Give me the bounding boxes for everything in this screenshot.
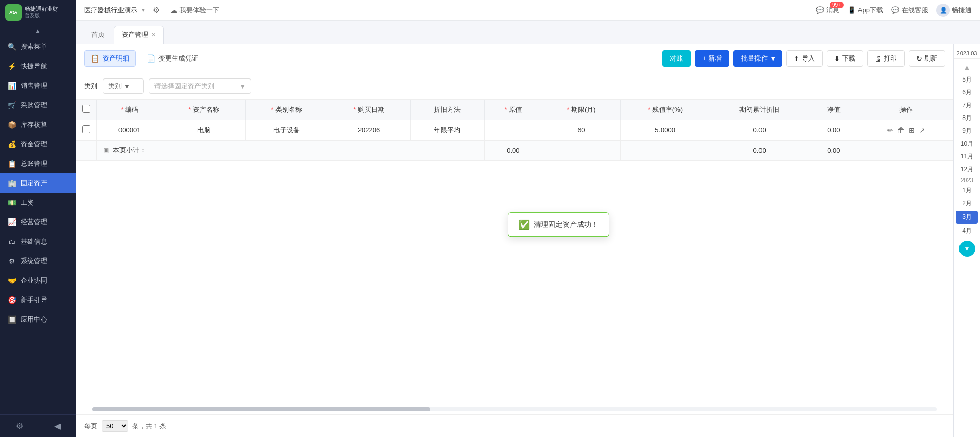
filter-category-dropdown[interactable]: 类别 ▼ bbox=[103, 78, 144, 94]
topbar-settings-icon[interactable]: ⚙ bbox=[153, 5, 160, 15]
scrollbar-area bbox=[76, 404, 953, 414]
main-content: 📋 资产明细 📄 变更生成凭证 对账 + 新增 bbox=[76, 44, 953, 437]
sidebar-collapse-btn[interactable]: ◀ bbox=[50, 419, 65, 433]
tab-asset-management[interactable]: 资产管理 ✕ bbox=[114, 26, 164, 44]
rs-nav-up[interactable]: ▲ bbox=[954, 61, 980, 73]
sidebar-item-basic-info[interactable]: 🗂 基础信息 bbox=[0, 232, 76, 251]
sidebar-icon-apps: 🔲 bbox=[7, 315, 16, 324]
import-btn[interactable]: ⬆ 导入 bbox=[786, 50, 823, 67]
more-icon[interactable]: ↗ bbox=[919, 126, 925, 134]
sidebar-item-ledger[interactable]: 📋 总账管理 bbox=[0, 154, 76, 173]
select-all-checkbox[interactable] bbox=[82, 105, 90, 113]
sidebar-label-purchase: 采购管理 bbox=[21, 101, 47, 110]
new-btn[interactable]: + 新增 bbox=[695, 50, 729, 67]
scrollbar-thumb[interactable] bbox=[92, 407, 430, 411]
sidebar-label-fixed-assets: 固定资产 bbox=[21, 178, 47, 188]
user-menu[interactable]: 👤 畅捷通 bbox=[936, 4, 972, 17]
sub-tab-asset-detail[interactable]: 📋 资产明细 bbox=[84, 50, 136, 67]
col-actions: 操作 bbox=[858, 100, 953, 120]
sidebar-item-quicknav[interactable]: ⚡ 快捷导航 bbox=[0, 56, 76, 76]
rs-month-9[interactable]: 9月 bbox=[954, 125, 980, 137]
messages-btn[interactable]: 💬 消息 99+ bbox=[816, 6, 839, 15]
rs-month-5[interactable]: 5月 bbox=[954, 73, 980, 86]
download-icon: ⬇ bbox=[834, 55, 840, 63]
toolbar-actions: 对账 + 新增 批量操作 ▼ ⬆ 导入 bbox=[662, 50, 945, 67]
company-selector[interactable]: 医疗器械行业演示 ▼ bbox=[84, 6, 146, 15]
success-toast: ✅ 清理固定资产成功！ bbox=[508, 212, 609, 237]
sidebar-item-sales[interactable]: 📊 销售管理 bbox=[0, 76, 76, 95]
copy-icon[interactable]: ⊞ bbox=[909, 126, 915, 134]
sidebar-label-collab: 企业协同 bbox=[21, 276, 47, 285]
pagination: 每页 50 10 20 100 条，共 1 条 bbox=[76, 414, 953, 437]
rs-month-6[interactable]: 6月 bbox=[954, 86, 980, 99]
sidebar-label-basic-info: 基础信息 bbox=[21, 237, 47, 246]
refresh-btn[interactable]: ↻ 刷新 bbox=[909, 50, 945, 67]
tab-home[interactable]: 首页 bbox=[84, 26, 112, 44]
filter-category-input[interactable]: 请选择固定资产类别 ▼ bbox=[149, 78, 251, 94]
row-checkbox[interactable] bbox=[82, 125, 90, 133]
rs-month-11[interactable]: 11月 bbox=[954, 150, 980, 163]
main-area: 医疗器械行业演示 ▼ ⚙ ☁ 我要体验一下 💬 消息 99+ 📱 App下载 💬… bbox=[76, 0, 980, 437]
sidebar-icon-business: 📈 bbox=[7, 218, 16, 226]
rs-month-3-current[interactable]: 3月 bbox=[956, 211, 978, 224]
rs-month-2[interactable]: 2月 bbox=[954, 197, 980, 210]
app-download-label: App下载 bbox=[858, 6, 883, 15]
sidebar-item-fund[interactable]: 💰 资金管理 bbox=[0, 134, 76, 154]
batch-btn[interactable]: 批量操作 ▼ bbox=[733, 50, 782, 67]
batch-label: 批量操作 bbox=[741, 54, 768, 63]
new-label: + 新增 bbox=[703, 54, 722, 63]
rs-month-8[interactable]: 8月 bbox=[954, 112, 980, 125]
logo-icon: AtA bbox=[5, 4, 22, 21]
sidebar-item-system[interactable]: ⚙ 系统管理 bbox=[0, 251, 76, 271]
sidebar-item-purchase[interactable]: 🛒 采购管理 bbox=[0, 95, 76, 115]
col-initial-depreciation: 期初累计折旧 bbox=[710, 100, 809, 120]
refresh-label: 刷新 bbox=[924, 54, 937, 63]
download-btn[interactable]: ⬇ 下载 bbox=[827, 50, 863, 67]
subtotal-label: 本页小计： bbox=[113, 146, 146, 154]
sidebar-item-salary[interactable]: 💵 工资 bbox=[0, 193, 76, 212]
logo-text: 畅捷通好业财 bbox=[25, 5, 58, 12]
row-initial-depreciation: 0.00 bbox=[710, 120, 809, 141]
delete-icon[interactable]: 🗑 bbox=[897, 126, 905, 134]
edit-icon[interactable]: ✏ bbox=[887, 126, 893, 134]
sidebar-item-inventory[interactable]: 📦 库存核算 bbox=[0, 115, 76, 134]
reconcile-btn[interactable]: 对账 bbox=[662, 50, 691, 67]
rs-down-circle-btn[interactable]: ▼ bbox=[959, 241, 975, 257]
sidebar-item-search[interactable]: 🔍 搜索菜单 bbox=[0, 37, 76, 56]
app-download-btn[interactable]: 📱 App下载 bbox=[848, 6, 883, 15]
print-icon: 🖨 bbox=[875, 55, 882, 63]
sidebar-settings-btn[interactable]: ⚙ bbox=[12, 419, 27, 433]
sidebar-item-fixed-assets[interactable]: 🏢 固定资产 bbox=[0, 173, 76, 193]
sidebar-item-guide[interactable]: 🎯 新手引导 bbox=[0, 290, 76, 310]
experience-btn[interactable]: ☁ 我要体验一下 bbox=[170, 6, 219, 15]
online-service-btn[interactable]: 💬 在线客服 bbox=[891, 6, 928, 15]
topbar-right: 💬 消息 99+ 📱 App下载 💬 在线客服 👤 畅捷通 bbox=[816, 4, 972, 17]
tab-close-icon[interactable]: ✕ bbox=[151, 32, 156, 38]
avatar: 👤 bbox=[936, 4, 950, 17]
tabbar: 首页 资产管理 ✕ bbox=[76, 21, 980, 44]
sidebar-item-business[interactable]: 📈 经营管理 bbox=[0, 212, 76, 232]
sidebar-scroll-up[interactable]: ▲ bbox=[0, 25, 76, 37]
per-page-select[interactable]: 50 10 20 100 bbox=[102, 420, 128, 432]
sidebar-label-system: 系统管理 bbox=[21, 256, 47, 266]
subtotal-net-value: 0.00 bbox=[809, 141, 858, 161]
row-actions: ✏ 🗑 ⊞ ↗ bbox=[858, 120, 953, 141]
message-icon: 💬 bbox=[816, 6, 824, 14]
sidebar-icon-basic-info: 🗂 bbox=[7, 237, 16, 246]
print-btn[interactable]: 🖨 打印 bbox=[867, 50, 905, 67]
sidebar-item-apps[interactable]: 🔲 应用中心 bbox=[0, 310, 76, 329]
experience-text: 我要体验一下 bbox=[179, 6, 219, 15]
row-checkbox-cell bbox=[76, 120, 97, 141]
rs-month-10[interactable]: 10月 bbox=[954, 137, 980, 150]
rs-month-4[interactable]: 4月 bbox=[954, 225, 980, 237]
row-name: 电脑 bbox=[163, 120, 245, 141]
rs-month-7[interactable]: 7月 bbox=[954, 99, 980, 112]
rs-month-1[interactable]: 1月 bbox=[954, 184, 980, 197]
asset-detail-icon: 📋 bbox=[91, 54, 99, 63]
scrollbar-track[interactable] bbox=[92, 407, 937, 411]
rs-month-12[interactable]: 12月 bbox=[954, 163, 980, 176]
total-label: 条，共 1 条 bbox=[132, 422, 166, 431]
sub-tab-change-voucher[interactable]: 📄 变更生成凭证 bbox=[140, 50, 205, 67]
sidebar-item-collab[interactable]: 🤝 企业协同 bbox=[0, 271, 76, 290]
sidebar-logo: AtA 畅捷通好业财 普及版 bbox=[0, 0, 76, 25]
